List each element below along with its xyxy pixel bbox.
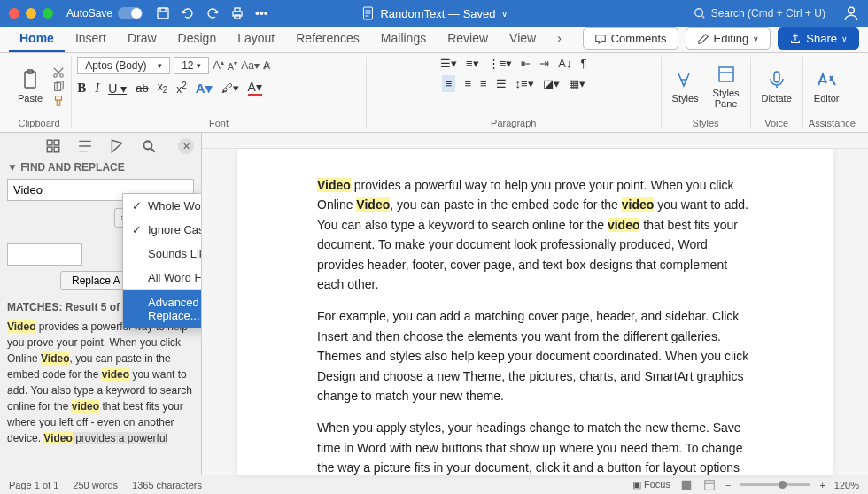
zoom-level[interactable]: 120% — [834, 480, 859, 490]
styles-pane-button[interactable]: Styles Pane — [708, 62, 745, 111]
search-icon — [694, 7, 706, 19]
page-count[interactable]: Page 1 of 1 — [9, 480, 58, 490]
save-icon[interactable] — [156, 6, 170, 20]
ruler[interactable] — [202, 133, 868, 149]
document-page[interactable]: Video provides a powerful way to help yo… — [237, 149, 833, 475]
thumbnails-icon[interactable] — [45, 138, 61, 154]
font-size-select[interactable]: 12 ▾ — [174, 57, 209, 74]
chevron-down-icon[interactable]: ∨ — [501, 9, 508, 19]
paste-button[interactable]: Paste — [12, 67, 48, 105]
char-count[interactable]: 1365 characters — [132, 480, 202, 490]
shrink-font-icon[interactable]: A▾ — [228, 59, 237, 72]
strike-button[interactable]: ab — [136, 81, 148, 95]
borders-icon[interactable]: ▦▾ — [569, 77, 585, 90]
font-family-select[interactable]: Aptos (Body) ▾ — [77, 57, 170, 74]
comments-button[interactable]: Comments — [583, 27, 678, 50]
format-painter-icon[interactable] — [51, 95, 66, 107]
text-effects-icon[interactable]: A▾ — [196, 81, 213, 96]
undo-icon[interactable] — [181, 6, 195, 20]
underline-button[interactable]: U ▾ — [108, 81, 127, 96]
sort-icon[interactable]: A↓ — [558, 57, 571, 70]
cut-icon[interactable] — [51, 66, 66, 79]
review-pane-icon[interactable] — [109, 138, 125, 154]
headings-icon[interactable] — [77, 138, 93, 154]
change-case-icon[interactable]: Aa▾ — [241, 59, 260, 72]
user-icon[interactable] — [843, 5, 859, 21]
superscript-button[interactable]: x2 — [176, 81, 187, 96]
align-center-icon[interactable]: ≡ — [464, 77, 471, 90]
print-layout-icon[interactable] — [679, 479, 694, 491]
show-marks-icon[interactable]: ¶ — [580, 57, 586, 70]
close-window-icon[interactable] — [9, 8, 19, 19]
editing-button[interactable]: Editing ∨ — [686, 27, 771, 50]
multilevel-icon[interactable]: ⋮≡▾ — [488, 57, 513, 70]
svg-rect-17 — [47, 147, 52, 152]
print-icon[interactable] — [230, 6, 244, 20]
match-result[interactable]: Video provides a powerful way to help yo… — [7, 319, 194, 446]
shading-icon[interactable]: ◪▾ — [543, 77, 560, 90]
replace-all-button[interactable]: Replace A — [60, 271, 132, 290]
search-box[interactable]: Search (Cmd + Ctrl + U) — [694, 7, 825, 19]
bold-button[interactable]: B — [77, 81, 86, 96]
pencil-icon — [697, 33, 709, 45]
zoom-out-button[interactable]: − — [725, 480, 731, 490]
menu-whole-word[interactable]: Whole Word Only — [123, 194, 202, 218]
dictate-button[interactable]: Dictate — [756, 67, 797, 105]
increase-indent-icon[interactable]: ⇥ — [539, 57, 549, 70]
font-color-icon[interactable]: A▾ — [248, 80, 262, 96]
more-icon[interactable]: ••• — [255, 6, 268, 20]
menu-all-word-forms[interactable]: All Word Forms — [123, 266, 202, 289]
minimize-window-icon[interactable] — [26, 8, 36, 19]
maximize-window-icon[interactable] — [43, 8, 53, 19]
find-replace-panel: ✕ ▼ FIND AND REPLACE ⚙ ▾ Find Replace A … — [0, 133, 202, 475]
grow-font-icon[interactable]: A▴ — [213, 58, 224, 72]
clipboard-icon — [19, 69, 41, 90]
redo-icon[interactable] — [205, 6, 220, 20]
zoom-in-button[interactable]: + — [819, 480, 825, 490]
tab-insert[interactable]: Insert — [65, 26, 117, 52]
tab-design[interactable]: Design — [167, 26, 228, 52]
styles-button[interactable]: Styles — [667, 67, 704, 105]
tab-draw[interactable]: Draw — [117, 26, 167, 52]
word-count[interactable]: 250 words — [73, 480, 118, 490]
web-layout-icon[interactable] — [702, 479, 717, 491]
align-right-icon[interactable]: ≡ — [480, 77, 487, 90]
zoom-slider[interactable] — [740, 483, 810, 486]
tabs-overflow-icon[interactable]: › — [546, 26, 572, 52]
menu-ignore-case[interactable]: Ignore Case — [123, 218, 202, 242]
tab-view[interactable]: View — [499, 26, 546, 52]
copy-icon[interactable] — [51, 81, 66, 93]
menu-sounds-like[interactable]: Sounds Like — [123, 242, 202, 266]
clear-format-icon[interactable]: A̷ — [263, 59, 270, 72]
tab-mailings[interactable]: Mailings — [370, 26, 437, 52]
justify-icon[interactable]: ☰ — [496, 77, 507, 90]
autosave-label: AutoSave — [66, 7, 112, 19]
autosave-toggle[interactable]: AutoSave — [66, 7, 143, 19]
subscript-button[interactable]: x2 — [158, 81, 168, 95]
close-panel-button[interactable]: ✕ — [178, 138, 194, 154]
editor-button[interactable]: Editor — [809, 67, 845, 105]
decrease-indent-icon[interactable]: ⇤ — [521, 57, 531, 70]
bullets-icon[interactable]: ☰▾ — [440, 57, 457, 70]
highlight-icon[interactable]: 🖊▾ — [221, 81, 239, 95]
group-label-assistance: Assistance — [809, 116, 856, 128]
group-label-font: Font — [77, 116, 360, 128]
replace-input[interactable] — [7, 243, 82, 266]
numbering-icon[interactable]: ≡▾ — [466, 57, 479, 70]
tab-review[interactable]: Review — [437, 26, 499, 52]
align-left-icon[interactable]: ≡ — [442, 75, 456, 92]
line-spacing-icon[interactable]: ↕≡▾ — [515, 77, 534, 90]
tab-references[interactable]: References — [285, 26, 370, 52]
share-button[interactable]: Share ∨ — [778, 27, 859, 50]
toggle-switch[interactable] — [118, 7, 143, 19]
svg-rect-15 — [47, 140, 52, 145]
menu-advanced-find[interactable]: Advanced Find & Replace... — [123, 290, 202, 328]
document-title[interactable]: RandomText — Saved ∨ — [360, 6, 507, 20]
find-tab-icon[interactable] — [141, 138, 157, 154]
focus-mode-button[interactable]: ▣ Focus — [632, 479, 670, 490]
tab-layout[interactable]: Layout — [227, 26, 285, 52]
chevron-down-icon: ∨ — [841, 35, 848, 43]
word-doc-icon — [360, 6, 375, 20]
tab-home[interactable]: Home — [9, 26, 65, 52]
italic-button[interactable]: I — [95, 81, 99, 96]
